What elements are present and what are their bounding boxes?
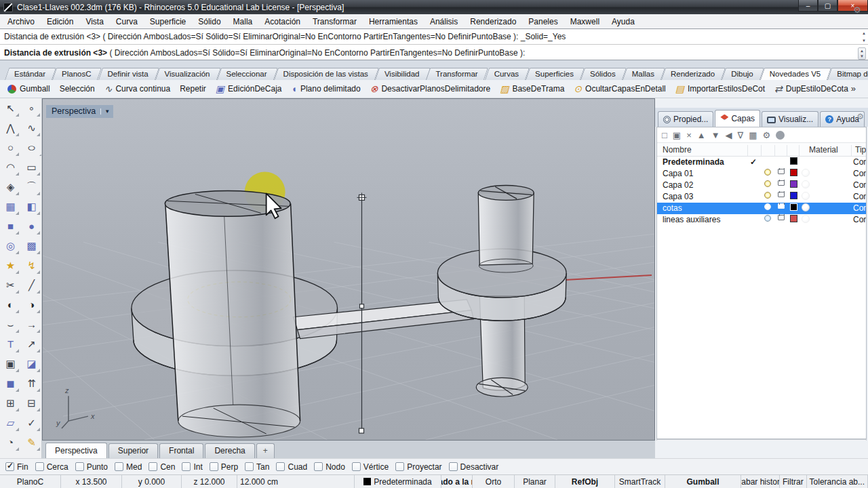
osnap-item[interactable]: Cen: [149, 462, 175, 472]
menu-item[interactable]: Transformar: [307, 16, 363, 28]
right-cylinder-upper[interactable]: [478, 185, 534, 272]
layers-toolbar-button[interactable]: ◀: [726, 131, 732, 140]
maximize-button[interactable]: ▢: [818, 0, 837, 12]
layers-toolbar-button[interactable]: [776, 131, 785, 140]
toolbar-button[interactable]: ▨ BaseDeTrama: [495, 81, 569, 97]
scroll-up-icon[interactable]: ▲: [862, 31, 866, 35]
osnap-item[interactable]: Cuad: [276, 462, 307, 472]
sidebar-tool-button[interactable]: ⊞: [1, 394, 20, 412]
sidebar-tool-button[interactable]: ╱: [22, 277, 41, 294]
toolbar-button[interactable]: ● Gumball: [3, 81, 55, 97]
sidebar-tool-button[interactable]: ◎: [1, 237, 20, 255]
layer-visibility-bulb-icon[interactable]: [764, 180, 771, 187]
menu-item[interactable]: Herramientas: [363, 16, 424, 28]
menu-item[interactable]: Edición: [41, 16, 79, 28]
osnap-checkbox[interactable]: [449, 462, 458, 471]
status-cell[interactable]: Orto: [473, 475, 515, 488]
status-cell[interactable]: x 13.500: [61, 475, 122, 488]
layer-lock-icon[interactable]: [778, 192, 785, 197]
minimize-button[interactable]: –: [798, 0, 818, 12]
toolbar-tab[interactable]: Definir vista: [100, 68, 157, 80]
osnap-checkbox[interactable]: [182, 462, 191, 471]
viewport-tab[interactable]: Superior: [108, 443, 158, 458]
layers-toolbar-button[interactable]: ×: [686, 131, 692, 140]
layer-lock-icon[interactable]: [778, 180, 785, 186]
toolbar-overflow-chevron[interactable]: »: [851, 83, 856, 94]
sidebar-tool-button[interactable]: ↗: [22, 336, 41, 353]
sidebar-tool-button[interactable]: ▦: [1, 198, 20, 216]
menu-item[interactable]: Vista: [79, 16, 109, 28]
sidebar-tool-button[interactable]: ✓: [22, 414, 41, 432]
sidebar-tool-button[interactable]: ∿: [22, 119, 41, 137]
menu-item[interactable]: Superficie: [144, 16, 192, 28]
layer-material-icon[interactable]: [802, 169, 810, 177]
sidebar-tool-button[interactable]: ∘: [22, 100, 41, 117]
scroll-down-icon[interactable]: ▼: [862, 39, 866, 43]
toolbar-tab[interactable]: Novedades V5: [762, 68, 829, 80]
menu-item[interactable]: Ayuda: [606, 16, 641, 28]
ribbon-gear-icon[interactable]: ⚙: [853, 5, 861, 15]
status-cell[interactable]: 12.000 cm: [237, 475, 355, 488]
layer-color-swatch[interactable]: [790, 169, 797, 176]
layer-material-icon[interactable]: [802, 203, 810, 211]
status-cell[interactable]: Gumball: [665, 475, 741, 488]
layers-toolbar-button[interactable]: ▦: [749, 131, 757, 140]
layers-toolbar-button[interactable]: ▼: [711, 131, 720, 140]
toolbar-tab[interactable]: Renderizado: [663, 68, 724, 80]
toolbar-tab[interactable]: Disposición de las vistas: [276, 68, 377, 80]
layer-color-swatch[interactable]: [790, 215, 797, 222]
viewport-title-dropdown[interactable]: Perspectiva ▼: [46, 105, 113, 118]
toolbar-tab[interactable]: Dibujo: [724, 68, 762, 80]
sidebar-tool-button[interactable]: ◼: [1, 375, 20, 392]
status-cell[interactable]: Forzado a la rejilla: [441, 475, 473, 488]
menu-item[interactable]: Sólido: [192, 16, 226, 28]
osnap-checkbox[interactable]: [395, 462, 404, 471]
osnap-checkbox[interactable]: [210, 462, 218, 471]
toolbar-tab[interactable]: Superficies: [528, 68, 583, 80]
osnap-checkbox[interactable]: [352, 462, 361, 471]
perspective-viewport[interactable]: z x y Perspectiva ▼: [42, 98, 655, 441]
layer-row[interactable]: Predeterminada Continua: [657, 157, 866, 168]
layers-toolbar-button[interactable]: ∇: [738, 131, 744, 140]
toolbar-button[interactable]: ∿ Curva continua: [100, 81, 175, 97]
status-cell[interactable]: Planar: [515, 475, 555, 488]
sidebar-tool-button[interactable]: ▣: [1, 355, 20, 373]
osnap-checkbox[interactable]: [5, 462, 14, 471]
layer-color-swatch[interactable]: [790, 180, 797, 188]
status-cell[interactable]: Filtrar: [780, 475, 807, 488]
panel-tab[interactable]: Capas: [715, 110, 760, 127]
status-cell[interactable]: Predeterminada: [355, 475, 441, 488]
sidebar-tool-button[interactable]: ↖: [1, 100, 20, 117]
toolbar-tab[interactable]: Estándar: [7, 68, 54, 80]
sidebar-tool-button[interactable]: ■: [1, 218, 20, 235]
sidebar-tool-button[interactable]: ↯: [22, 257, 41, 274]
layer-color-swatch[interactable]: [790, 203, 797, 211]
layer-visibility-bulb-icon[interactable]: [764, 215, 771, 222]
menu-item[interactable]: Análisis: [424, 16, 464, 28]
status-cell[interactable]: Tolerancia ab...: [807, 475, 868, 488]
sidebar-tool-button[interactable]: ◑: [22, 296, 41, 314]
osnap-checkbox[interactable]: [75, 462, 84, 471]
layer-color-swatch[interactable]: [790, 192, 797, 199]
toolbar-tab[interactable]: Curvas: [487, 68, 528, 80]
sidebar-tool-button[interactable]: ◐: [1, 296, 20, 314]
viewport-tab[interactable]: Frontal: [159, 443, 203, 458]
osnap-checkbox[interactable]: [115, 462, 123, 471]
toolbar-tab[interactable]: Sólidos: [583, 68, 625, 80]
layer-color-swatch[interactable]: [790, 157, 797, 165]
sidebar-tool-button[interactable]: ◈: [1, 178, 20, 196]
sidebar-tool-button[interactable]: ★: [1, 257, 20, 274]
osnap-item[interactable]: Perp: [210, 462, 238, 472]
toolbar-tab[interactable]: Visualización: [157, 68, 219, 80]
toolbar-tab[interactable]: Bitmap de fondo: [829, 68, 868, 80]
spin-down-icon[interactable]: ▼: [860, 54, 864, 58]
layer-visibility-bulb-icon[interactable]: [764, 203, 771, 210]
layer-row[interactable]: cotas Continua: [657, 203, 866, 214]
viewport-tab[interactable]: Perspectiva: [45, 443, 107, 458]
toolbar-button[interactable]: Repetir: [175, 81, 211, 97]
sidebar-tool-button[interactable]: ◠: [1, 159, 20, 176]
layer-material-icon[interactable]: [802, 192, 810, 200]
sidebar-tool-button[interactable]: ⇈: [22, 375, 41, 392]
toolbar-button[interactable]: ⇄ DupEstiloDeCota: [770, 81, 853, 97]
sidebar-tool-button[interactable]: ◧: [22, 198, 41, 216]
